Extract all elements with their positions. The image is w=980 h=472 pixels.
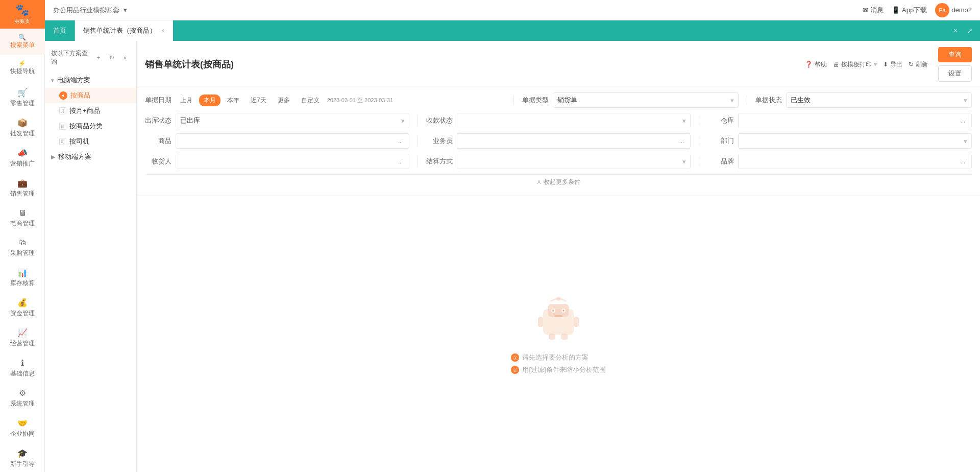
- sidebar-item-sales[interactable]: 💼 销售管理: [0, 173, 45, 203]
- tree-pc-section[interactable]: ▾ 电脑端方案: [45, 73, 136, 88]
- sidebar-retail-label: 零售管理: [10, 99, 35, 108]
- out-status-control[interactable]: 已出库 ▾: [176, 113, 409, 128]
- message-label: 消息: [870, 6, 884, 15]
- payment-status-label: 收款状态: [426, 116, 457, 125]
- tree-child-by-cashier[interactable]: 司 按司机: [45, 134, 136, 149]
- recipient-control[interactable]: ...: [176, 154, 409, 169]
- brand-more[interactable]: ...: [959, 158, 967, 164]
- app-download-action[interactable]: 📱 App下载: [892, 6, 927, 15]
- brand-control[interactable]: ...: [738, 154, 972, 169]
- tab-home[interactable]: 首页: [45, 20, 75, 41]
- sidebar-item-wholesale[interactable]: 📦 批发管理: [0, 113, 45, 143]
- sidebar-inventory-label: 库存核算: [10, 279, 35, 288]
- sidebar-quick-nav[interactable]: ⚡ 快捷导航: [0, 55, 45, 81]
- refresh-label: 刷新: [916, 60, 928, 69]
- export-action[interactable]: ⬇ 导出: [883, 60, 902, 69]
- date-btn-custom[interactable]: 自定义: [297, 95, 324, 106]
- sidebar-item-inventory[interactable]: 📊 库存核算: [0, 263, 45, 293]
- guide-icon: 🎓: [17, 449, 28, 458]
- salesperson-control[interactable]: ...: [457, 133, 691, 149]
- by-product-label: 按商品: [70, 91, 90, 100]
- date-btn-this-year[interactable]: 本年: [223, 95, 244, 106]
- out-status-value: 已出库: [180, 116, 200, 125]
- empty-tip-2: ② 用[过滤]条件来缩小分析范围: [511, 365, 605, 374]
- product-more[interactable]: ...: [396, 138, 405, 144]
- refresh-action[interactable]: ↻ 刷新: [909, 60, 928, 69]
- print-action[interactable]: 🖨 按模板打印 ▾: [833, 60, 877, 69]
- tree-section: ▾ 电脑端方案 ● 按商品 月 按月+商品 目 按商品分类 司 按司机: [45, 70, 136, 167]
- filter-department: 部门 ▾: [707, 133, 972, 149]
- query-button[interactable]: 查询: [938, 47, 972, 62]
- by-month-label: 按月+商品: [69, 106, 100, 115]
- retail-icon: 🛒: [17, 88, 28, 98]
- tree-child-by-category[interactable]: 目 按商品分类: [45, 119, 136, 134]
- empty-illustration: [533, 294, 584, 345]
- tree-mobile-section[interactable]: ▶ 移动端方案: [45, 149, 136, 164]
- sidebar-basic-label: 基础信息: [10, 369, 35, 378]
- user-profile[interactable]: Ea demo2: [935, 3, 972, 17]
- message-action[interactable]: ✉ 消息: [863, 6, 884, 15]
- sidebar-item-finance[interactable]: 💰 资金管理: [0, 293, 45, 323]
- tab-sales-stats[interactable]: 销售单统计表（按商品） ×: [75, 20, 173, 41]
- finance-icon: 💰: [17, 298, 28, 308]
- date-quick-btns: 上月 本月 本年 近7天 更多 自定义: [176, 95, 324, 106]
- panel-collapse-btn[interactable]: «: [120, 53, 130, 63]
- sidebar-item-system[interactable]: ⚙ 系统管理: [0, 383, 45, 413]
- warehouse-control[interactable]: ...: [738, 113, 972, 128]
- by-category-icon: 目: [59, 123, 66, 130]
- svg-rect-1: [548, 304, 569, 317]
- salesperson-more[interactable]: ...: [677, 138, 686, 144]
- sidebar-item-guide[interactable]: 🎓 新手引导: [0, 443, 45, 472]
- date-btn-7days[interactable]: 近7天: [246, 95, 271, 106]
- doc-type-label: 单据类型: [522, 96, 553, 105]
- salesperson-label: 业务员: [426, 136, 457, 146]
- help-action[interactable]: ❓ 帮助: [805, 60, 827, 69]
- sidebar-item-purchase[interactable]: 🛍 采购管理: [0, 233, 45, 263]
- warehouse-more[interactable]: ...: [959, 117, 967, 124]
- left-panel: 按以下方案查询 + ↻ « ▾ 电脑端方案 ● 按商品 月 按月: [45, 41, 137, 472]
- date-btn-more[interactable]: 更多: [273, 95, 295, 106]
- settlement-control[interactable]: ▾: [457, 154, 691, 169]
- collapse-filter-btn[interactable]: ∧ 收起更多条件: [145, 174, 972, 190]
- settings-button[interactable]: 设置: [938, 65, 972, 82]
- sidebar-sales-label: 销售管理: [10, 190, 35, 198]
- sidebar-item-ecommerce[interactable]: 🖥 电商管理: [0, 203, 45, 233]
- home-tab-label: 首页: [53, 26, 66, 35]
- sidebar-marketing-label: 营销推广: [10, 159, 35, 168]
- sidebar-item-cooperation[interactable]: 🤝 企业协同: [0, 413, 45, 443]
- export-icon: ⬇: [883, 61, 888, 68]
- print-dropdown[interactable]: ▾: [874, 61, 877, 68]
- sidebar-item-operation[interactable]: 📈 经营管理: [0, 323, 45, 353]
- mobile-expand-icon: ▶: [51, 154, 55, 160]
- date-btn-this-month[interactable]: 本月: [199, 95, 220, 106]
- panel-refresh-btn[interactable]: ↻: [107, 53, 117, 63]
- tip-text-1: 请先选择要分析的方案: [522, 353, 589, 362]
- doc-type-control[interactable]: 销货单 ▾: [553, 92, 739, 108]
- sidebar-item-retail[interactable]: 🛒 零售管理: [0, 83, 45, 113]
- ecommerce-icon: 🖥: [18, 208, 27, 218]
- department-control[interactable]: ▾: [738, 133, 972, 149]
- tree-child-by-month[interactable]: 月 按月+商品: [45, 103, 136, 119]
- sidebar-wholesale-label: 批发管理: [10, 129, 35, 138]
- tree-child-by-product[interactable]: ● 按商品: [45, 88, 136, 103]
- tab-close-btn[interactable]: ×: [161, 28, 164, 34]
- svg-point-11: [556, 297, 560, 301]
- panel-add-btn[interactable]: +: [93, 53, 104, 63]
- dropdown-chevron[interactable]: ▾: [124, 6, 127, 14]
- doc-status-control[interactable]: 已生效 ▾: [786, 92, 972, 108]
- doc-status-arrow: ▾: [964, 97, 967, 104]
- department-label: 部门: [707, 136, 738, 146]
- filter-doc-status: 单据状态 已生效 ▾: [755, 92, 972, 108]
- product-control[interactable]: ...: [176, 133, 409, 149]
- sidebar-item-basic[interactable]: ℹ 基础信息: [0, 353, 45, 383]
- recipient-more[interactable]: ...: [396, 158, 405, 164]
- tab-expand-window[interactable]: ⤢: [964, 25, 976, 37]
- by-category-label: 按商品分类: [69, 122, 103, 131]
- sidebar-search[interactable]: 🔍 搜索菜单: [0, 29, 45, 55]
- help-icon: ❓: [805, 61, 813, 68]
- sidebar-item-marketing[interactable]: 📣 营销推广: [0, 143, 45, 173]
- tab-close-window[interactable]: ×: [949, 25, 962, 37]
- basic-icon: ℹ: [21, 358, 24, 368]
- date-btn-last-month[interactable]: 上月: [176, 95, 197, 106]
- payment-status-control[interactable]: ▾: [457, 113, 691, 128]
